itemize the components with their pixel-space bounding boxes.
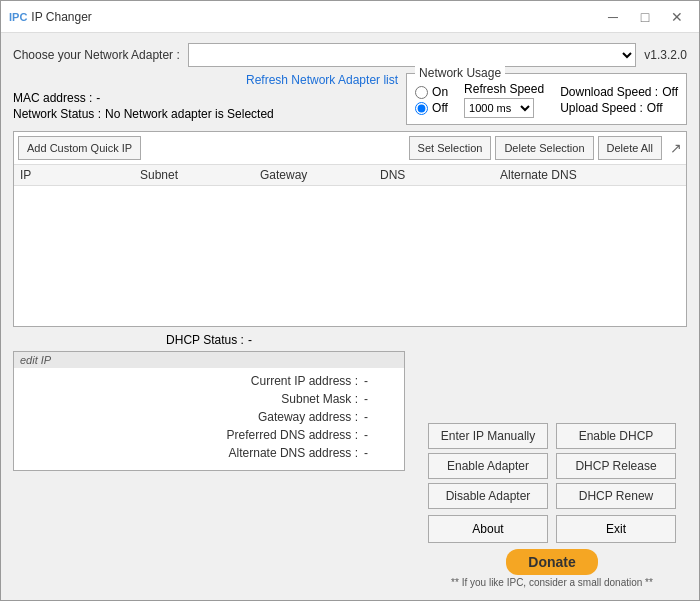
btn-row-2: Enable Adapter DHCP Release [417, 453, 687, 479]
refresh-speed-label: Refresh Speed [464, 82, 544, 96]
ip-field-gateway: Gateway address : - [24, 410, 394, 424]
mac-value: - [96, 91, 100, 105]
cursor-indicator: ↗ [670, 140, 682, 156]
dhcp-renew-button[interactable]: DHCP Renew [556, 483, 676, 509]
close-button[interactable]: ✕ [663, 6, 691, 28]
speed-select[interactable]: 1000 ms [464, 98, 534, 118]
delete-all-button[interactable]: Delete All [598, 136, 662, 160]
donate-button[interactable]: Donate [506, 549, 597, 575]
radio-off-label: Off [432, 101, 448, 115]
preferred-dns-value: - [364, 428, 394, 442]
about-exit-row: About Exit [417, 515, 687, 543]
current-ip-value: - [364, 374, 394, 388]
download-value: Off [662, 85, 678, 99]
radio-on-row: On [415, 85, 448, 99]
app-icon: IPC [9, 11, 27, 23]
speed-section: Refresh Speed 1000 ms [464, 82, 544, 118]
version-label: v1.3.2.0 [644, 48, 687, 62]
gateway-value: - [364, 410, 394, 424]
app-title: IP Changer [31, 10, 599, 24]
disable-adapter-button[interactable]: Disable Adapter [428, 483, 548, 509]
left-panel: DHCP Status : - edit IP Current IP addre… [13, 333, 405, 592]
btn-row-3: Disable Adapter DHCP Renew [417, 483, 687, 509]
maximize-button[interactable]: □ [631, 6, 659, 28]
upload-label: Upload Speed : [560, 101, 643, 115]
donate-note: ** If you like IPC, consider a small don… [451, 577, 653, 588]
ip-field-alt-dns: Alternate DNS address : - [24, 446, 394, 460]
enable-adapter-button[interactable]: Enable Adapter [428, 453, 548, 479]
about-button[interactable]: About [428, 515, 548, 543]
subnet-value: - [364, 392, 394, 406]
radio-off[interactable] [415, 102, 428, 115]
ip-field-subnet: Subnet Mask : - [24, 392, 394, 406]
current-ip-label: Current IP address : [251, 374, 358, 388]
btn-row-1: Enter IP Manually Enable DHCP [417, 423, 687, 449]
table-body [14, 186, 686, 326]
main-window: IPC IP Changer ─ □ ✕ Choose your Network… [0, 0, 700, 601]
col-gateway: Gateway [260, 168, 380, 182]
radio-off-row: Off [415, 101, 448, 115]
window-controls: ─ □ ✕ [599, 6, 691, 28]
download-upload-section: Download Speed : Off Upload Speed : Off [560, 85, 678, 115]
dhcp-status-row: DHCP Status : - [13, 333, 405, 347]
donate-section: Donate ** If you like IPC, consider a sm… [417, 549, 687, 588]
title-bar: IPC IP Changer ─ □ ✕ [1, 1, 699, 33]
set-selection-button[interactable]: Set Selection [409, 136, 492, 160]
alt-dns-value: - [364, 446, 394, 460]
radio-group: On Off [415, 85, 448, 115]
ip-field-current: Current IP address : - [24, 374, 394, 388]
table-header: IP Subnet Gateway DNS Alternate DNS [14, 165, 686, 186]
upload-row: Upload Speed : Off [560, 101, 678, 115]
delete-selection-button[interactable]: Delete Selection [495, 136, 593, 160]
table-toolbar: Add Custom Quick IP Set Selection Delete… [14, 132, 686, 165]
bottom-section: DHCP Status : - edit IP Current IP addre… [13, 333, 687, 592]
download-row: Download Speed : Off [560, 85, 678, 99]
add-custom-quick-ip-button[interactable]: Add Custom Quick IP [18, 136, 141, 160]
network-box-content: On Off Refresh Speed 1000 ms [415, 82, 678, 118]
subnet-label: Subnet Mask : [281, 392, 358, 406]
download-label: Download Speed : [560, 85, 658, 99]
col-subnet: Subnet [140, 168, 260, 182]
quick-ip-table: Add Custom Quick IP Set Selection Delete… [13, 131, 687, 327]
network-status-label: Network Status : [13, 107, 101, 121]
network-usage-title: Network Usage [415, 66, 505, 80]
adapter-label: Choose your Network Adapter : [13, 48, 180, 62]
dhcp-release-button[interactable]: DHCP Release [556, 453, 676, 479]
ip-field-preferred-dns: Preferred DNS address : - [24, 428, 394, 442]
edit-ip-box: edit IP Current IP address : - Subnet Ma… [13, 351, 405, 471]
radio-on-label: On [432, 85, 448, 99]
gateway-label: Gateway address : [258, 410, 358, 424]
network-status-row: Network Status : No Network adapter is S… [13, 107, 398, 121]
mac-label: MAC address : [13, 91, 92, 105]
main-content: Choose your Network Adapter : v1.3.2.0 R… [1, 33, 699, 600]
exit-button[interactable]: Exit [556, 515, 676, 543]
adapter-select[interactable] [188, 43, 637, 67]
upload-value: Off [647, 101, 663, 115]
col-dns: DNS [380, 168, 500, 182]
dhcp-label: DHCP Status : [166, 333, 244, 347]
preferred-dns-label: Preferred DNS address : [227, 428, 358, 442]
radio-on[interactable] [415, 86, 428, 99]
minimize-button[interactable]: ─ [599, 6, 627, 28]
adapter-row: Choose your Network Adapter : v1.3.2.0 [13, 43, 687, 67]
enable-dhcp-button[interactable]: Enable DHCP [556, 423, 676, 449]
col-ip: IP [20, 168, 140, 182]
network-usage-box: Network Usage On Off Refresh Speed [406, 73, 687, 125]
enter-ip-manually-button[interactable]: Enter IP Manually [428, 423, 548, 449]
right-panel: Enter IP Manually Enable DHCP Enable Ada… [417, 333, 687, 592]
mac-row: MAC address : - [13, 91, 398, 105]
edit-ip-header: edit IP [14, 352, 404, 368]
alt-dns-label: Alternate DNS address : [229, 446, 358, 460]
dhcp-value: - [248, 333, 252, 347]
col-alt-dns: Alternate DNS [500, 168, 680, 182]
network-status-value: No Network adapter is Selected [105, 107, 274, 121]
refresh-adapter-link[interactable]: Refresh Network Adapter list [246, 73, 398, 87]
